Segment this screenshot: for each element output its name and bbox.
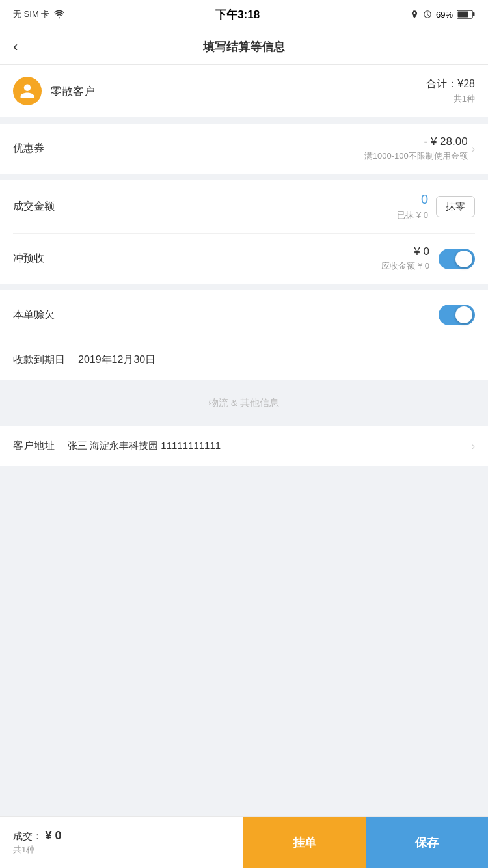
- prepay-toggle[interactable]: [439, 249, 475, 269]
- svg-rect-2: [458, 12, 468, 18]
- deal-amount-col: 0 已抹 ¥ 0: [397, 192, 428, 221]
- status-right: 69%: [410, 10, 475, 20]
- prepay-row: 冲预收 ¥ 0 应收金额 ¥ 0: [0, 234, 488, 284]
- status-left: 无 SIM 卡: [13, 8, 65, 20]
- round-zero-button[interactable]: 抹零: [436, 196, 475, 217]
- logistics-section: 物流 & 其他信息: [0, 387, 488, 420]
- customer-name: 零散客户: [51, 84, 95, 99]
- total-count: 共1种: [426, 93, 475, 105]
- address-value: 张三 海淀永丰科技园 11111111111: [68, 440, 472, 452]
- battery-text: 69%: [436, 10, 453, 20]
- customer-info: 零散客户: [13, 77, 95, 105]
- location-icon: [410, 10, 419, 19]
- prepay-sub-amount: 应收金额 ¥ 0: [381, 260, 429, 272]
- coupon-discount: - ¥ 28.00: [364, 135, 468, 148]
- user-avatar-icon: [19, 83, 36, 100]
- main-content: 零散客户 合计：¥28 共1种 优惠券 - ¥ 28.00 满1000-100不…: [0, 65, 488, 537]
- chevron-right-icon: ›: [472, 143, 475, 155]
- deal-section: 成交金额 0 已抹 ¥ 0 抹零 冲预收 ¥ 0 应收金额 ¥ 0: [0, 180, 488, 284]
- address-right: ›: [472, 441, 475, 452]
- credit-toggle-knob: [455, 306, 472, 323]
- coupon-label: 优惠券: [13, 142, 44, 156]
- toggle-knob: [455, 251, 472, 267]
- bottom-left: 成交： ¥ 0 共1种: [0, 829, 243, 856]
- logistics-label: 物流 & 其他信息: [198, 397, 290, 409]
- status-bar: 无 SIM 卡 下午3:18 69%: [0, 0, 488, 29]
- status-time: 下午3:18: [215, 7, 260, 22]
- coupon-desc: 满1000-100不限制使用金额: [364, 150, 468, 162]
- svg-rect-1: [473, 12, 475, 16]
- page-title: 填写结算等信息: [203, 39, 285, 55]
- address-label: 客户地址: [13, 439, 59, 453]
- deal-amount-sub: 已抹 ¥ 0: [397, 210, 428, 221]
- customer-card: 零散客户 合计：¥28 共1种: [0, 65, 488, 117]
- deal-amount-row: 成交金额 0 已抹 ¥ 0 抹零: [0, 180, 488, 233]
- logistics-divider-right: [290, 403, 475, 403]
- address-chevron-icon: ›: [472, 441, 475, 452]
- due-date-label: 收款到期日: [13, 353, 65, 367]
- sim-label: 无 SIM 卡: [13, 8, 49, 20]
- prepay-amounts: ¥ 0 应收金额 ¥ 0: [381, 245, 429, 272]
- prepay-right: ¥ 0 应收金额 ¥ 0: [381, 245, 475, 272]
- bottom-deal-count: 共1种: [13, 844, 230, 856]
- bottom-deal-row: 成交： ¥ 0: [13, 829, 230, 843]
- deal-amount-label: 成交金额: [13, 200, 55, 213]
- customer-total: 合计：¥28 共1种: [426, 77, 475, 105]
- hang-button[interactable]: 挂单: [243, 817, 366, 869]
- due-date-row: 收款到期日 2019年12月30日: [0, 340, 488, 380]
- logistics-divider-left: [13, 403, 198, 403]
- battery-icon: [457, 10, 475, 19]
- due-date-value: 2019年12月30日: [78, 353, 156, 367]
- wifi-icon: [53, 10, 65, 19]
- bottom-deal-amount: ¥ 0: [45, 829, 61, 842]
- bottom-bar: 成交： ¥ 0 共1种 挂单 保存: [0, 816, 488, 868]
- prepay-main-amount: ¥ 0: [381, 245, 429, 258]
- coupon-row[interactable]: 优惠券 - ¥ 28.00 满1000-100不限制使用金额 ›: [0, 124, 488, 174]
- credit-row: 本单赊欠: [0, 290, 488, 340]
- address-row[interactable]: 客户地址 张三 海淀永丰科技园 11111111111 ›: [0, 426, 488, 466]
- deal-amount-right: 0 已抹 ¥ 0 抹零: [397, 192, 475, 221]
- back-button[interactable]: ‹: [13, 38, 18, 55]
- coupon-right: - ¥ 28.00 满1000-100不限制使用金额 ›: [364, 135, 475, 162]
- bottom-deal-label: 成交：: [13, 830, 42, 841]
- prepay-label: 冲预收: [13, 252, 44, 265]
- save-button[interactable]: 保存: [366, 817, 488, 869]
- deal-amount-value: 0: [421, 192, 428, 207]
- credit-label: 本单赊欠: [13, 308, 55, 322]
- total-amount: 合计：¥28: [426, 77, 475, 91]
- credit-section: 本单赊欠 收款到期日 2019年12月30日: [0, 290, 488, 380]
- nav-bar: ‹ 填写结算等信息: [0, 29, 488, 65]
- credit-toggle[interactable]: [439, 305, 475, 325]
- avatar: [13, 77, 42, 105]
- alarm-icon: [423, 10, 432, 19]
